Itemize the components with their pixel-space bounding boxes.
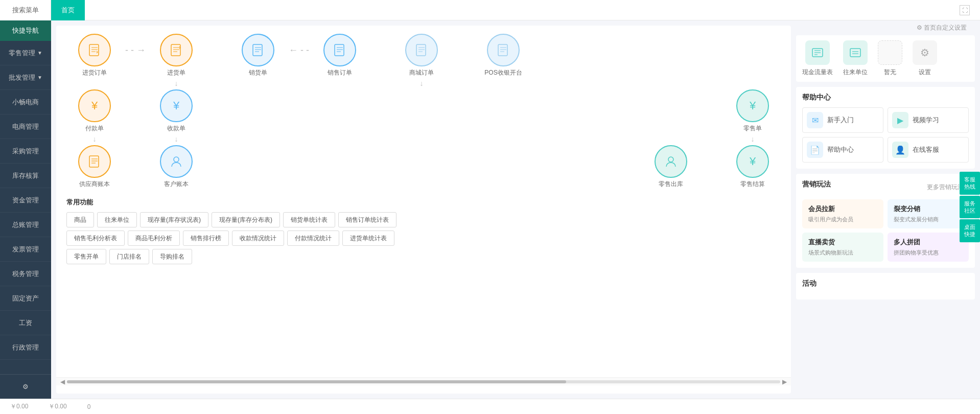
service-icon: 👤: [892, 142, 908, 158]
svg-rect-4: [171, 44, 180, 56]
main-layout: 快捷导航 零售管理 ▼ 批发管理 ▼ 小畅电商 电商管理 采购管理 库存核算 资…: [0, 20, 980, 399]
btn-purchase-stat[interactable]: 进货单统计表: [342, 231, 394, 246]
main-panel: 进货订单 - - → 进货单: [51, 20, 796, 399]
flow-icon-order-purchase: [78, 34, 111, 66]
btn-sale-profit[interactable]: 销售毛利分析表: [66, 231, 125, 246]
btn-guide-rank[interactable]: 导购排名: [152, 249, 192, 264]
svg-rect-8: [253, 44, 262, 56]
flow-node-supplier[interactable]: 供应商账本: [66, 145, 123, 189]
flow-label-supplier: 供应商账本: [79, 180, 110, 189]
home-customize[interactable]: ⚙ 首页自定义设置: [796, 20, 975, 35]
service-label: 在线客服: [913, 145, 939, 154]
svg-rect-24: [89, 156, 99, 167]
sidebar-item-ecom-small[interactable]: 小畅电商: [0, 90, 51, 114]
scroll-right[interactable]: ▶: [782, 378, 787, 385]
sidebar-item-admin[interactable]: 行政管理: [0, 335, 51, 360]
help-center: 帮助中心 ✉ 新手入门 ▶ 视频学习 📄 帮助中心 👤: [796, 87, 975, 169]
sidebar-quicknav[interactable]: 快捷导航: [0, 20, 51, 41]
flow-row-1: 进货订单 - - → 进货单: [66, 34, 781, 77]
marketing-fission[interactable]: 裂变分销 裂变式发展分销商: [888, 199, 969, 228]
flow-node-purchase[interactable]: 进货单: [148, 34, 204, 77]
sidebar-item-salary[interactable]: 工资: [0, 311, 51, 335]
help-item-service[interactable]: 👤 在线客服: [888, 137, 969, 163]
quick-icon-none[interactable]: 暂无: [878, 40, 902, 77]
bottom-val1: ￥0.00: [10, 402, 28, 411]
flow-icon-retail-out: [655, 145, 687, 178]
flow-node-payment[interactable]: ¥ 付款单: [66, 89, 123, 133]
activity-title: 活动: [802, 279, 969, 288]
float-btn-community[interactable]: 服务社区: [960, 196, 980, 219]
btn-retail-order[interactable]: 零售开单: [66, 249, 106, 264]
flow-node-sale[interactable]: 销货单: [230, 34, 286, 77]
btn-partners[interactable]: 往来单位: [97, 212, 137, 227]
btn-stock-dist[interactable]: 现存量(库存分布表): [212, 212, 280, 227]
help-item-help[interactable]: 📄 帮助中心: [802, 137, 883, 163]
btn-goods[interactable]: 商品: [66, 212, 94, 227]
flow-node-receipt[interactable]: ¥ 收款单: [148, 89, 204, 133]
settings-label: 设置: [919, 68, 931, 77]
flow-node-mall-order[interactable]: 商城订单: [393, 34, 450, 77]
marketing-group-sub: 拼团购物享受优惠: [894, 249, 963, 257]
flow-node-retail-out[interactable]: 零售出库: [643, 145, 699, 189]
float-btn-desktop[interactable]: 桌面快捷: [960, 219, 980, 242]
marketing-member[interactable]: 会员拉新 吸引用户成为会员: [802, 199, 883, 228]
partners-label: 往来单位: [843, 68, 868, 77]
sidebar-item-inventory[interactable]: 库存核算: [0, 164, 51, 188]
btn-store-rank[interactable]: 门店排名: [109, 249, 149, 264]
quick-icon-cashflow[interactable]: 现金流量表: [802, 40, 833, 77]
flow-node-pos[interactable]: POS收银开台: [475, 34, 531, 77]
flow-label-purchase: 进货单: [167, 68, 185, 77]
main-content-box: 进货订单 - - → 进货单: [56, 26, 791, 394]
common-functions: 常用功能 商品 往来单位 现存量(库存状况表) 现存量(库存分布表) 销货单统计…: [66, 198, 781, 264]
flow-icon-pos: [487, 34, 520, 66]
flow-node-retail-settle[interactable]: ¥ 零售结算: [725, 145, 781, 189]
scroll-track[interactable]: [67, 380, 780, 383]
cashflow-label: 现金流量表: [802, 68, 833, 77]
sidebar-settings[interactable]: ⚙: [0, 374, 51, 399]
sidebar-item-purchase[interactable]: 采购管理: [0, 139, 51, 164]
flow-label-retail: 零售单: [743, 124, 762, 133]
btn-sale-order-stat[interactable]: 销售订单统计表: [338, 212, 396, 227]
flow-node-retail[interactable]: ¥ 零售单: [725, 89, 781, 133]
right-panel: ⚙ 首页自定义设置 现金流量表 往来单位: [796, 20, 980, 399]
partners-icon-box: [843, 40, 868, 65]
quick-icon-settings[interactable]: ⚙ 设置: [913, 40, 937, 77]
sidebar-item-ecom[interactable]: 电商管理: [0, 114, 51, 139]
flow-label-payment: 付款单: [85, 124, 104, 133]
flow-icon-sale-order: [323, 34, 356, 66]
tab-home[interactable]: 首页: [51, 0, 85, 20]
help-item-beginner[interactable]: ✉ 新手入门: [802, 107, 883, 133]
float-btn-service[interactable]: 客服热线: [960, 172, 980, 195]
quick-icons-row: 现金流量表 往来单位 暂无 ⚙ 设置: [802, 40, 969, 77]
btn-receipt-stat[interactable]: 收款情况统计: [232, 231, 284, 246]
sidebar-item-finance[interactable]: 资金管理: [0, 188, 51, 213]
top-bar: 搜索菜单 首页 ⛶: [0, 0, 980, 20]
sidebar-item-wholesale[interactable]: 批发管理 ▼: [0, 65, 51, 90]
marketing-live[interactable]: 直播卖货 场景式购物新玩法: [802, 233, 883, 262]
scroll-left[interactable]: ◀: [60, 378, 65, 385]
svg-rect-12: [335, 44, 344, 56]
sidebar-item-invoice[interactable]: 发票管理: [0, 237, 51, 262]
marketing-header: 营销玩法 更多营销玩法 >: [802, 180, 969, 194]
help-grid: ✉ 新手入门 ▶ 视频学习 📄 帮助中心 👤 在线客服: [802, 107, 969, 163]
btn-sale-rank[interactable]: 销售排行榜: [183, 231, 229, 246]
btn-goods-profit[interactable]: 商品毛利分析: [128, 231, 180, 246]
top-bar-right: ⛶: [960, 5, 980, 15]
sidebar-item-assets[interactable]: 固定资产: [0, 286, 51, 311]
search-menu[interactable]: 搜索菜单: [0, 0, 51, 20]
marketing-group[interactable]: 多人拼团 拼团购物享受优惠: [888, 233, 969, 262]
btn-sale-stat[interactable]: 销货单统计表: [283, 212, 335, 227]
sidebar-item-retail[interactable]: 零售管理 ▼: [0, 41, 51, 65]
flow-node-sale-order[interactable]: 销售订单: [312, 34, 368, 77]
flow-node-order-purchase[interactable]: 进货订单: [66, 34, 123, 77]
btn-stock-status[interactable]: 现存量(库存状况表): [140, 212, 208, 227]
quick-icon-partners[interactable]: 往来单位: [843, 40, 868, 77]
common-title: 常用功能: [66, 198, 781, 207]
help-icon: 📄: [807, 142, 823, 158]
sidebar-item-general[interactable]: 总账管理: [0, 213, 51, 237]
help-item-video[interactable]: ▶ 视频学习: [888, 107, 969, 133]
fullscreen-button[interactable]: ⛶: [960, 5, 970, 15]
flow-node-customer[interactable]: 客户账本: [148, 145, 204, 189]
sidebar-item-tax[interactable]: 税务管理: [0, 262, 51, 286]
btn-payment-stat[interactable]: 付款情况统计: [287, 231, 339, 246]
